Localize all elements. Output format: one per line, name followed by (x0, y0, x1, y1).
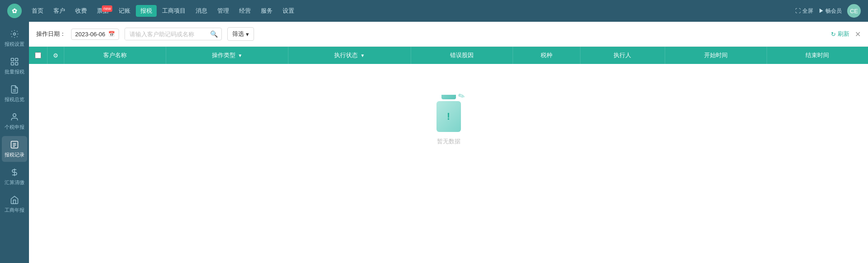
sidebar-item-tax-record[interactable]: 报税记录 (2, 136, 27, 162)
close-button[interactable]: ✕ (855, 30, 861, 39)
sidebar-item-personal-tax[interactable]: 个税申报 (2, 108, 27, 134)
th-checkbox (29, 47, 47, 64)
table-container: ⚙ 客户名称 操作类型 ▼ 执行状态 ▼ 错误股因 税种 执行人 开始时间 结束… (29, 47, 868, 263)
avatar[interactable]: CE (847, 4, 861, 18)
main-layout: 报税设置批量报税报税总览个税申报报税记录汇算清缴工商年报 操作日期： 2023-… (0, 22, 868, 263)
svg-rect-8 (11, 141, 18, 148)
sidebar-item-batch-tax[interactable]: 批量报税 (2, 53, 27, 79)
nav-item-客户[interactable]: 客户 (49, 5, 70, 17)
sidebar-item-annual-report[interactable]: 工商年报 (2, 191, 27, 217)
nav-item-工商项目[interactable]: 工商项目 (158, 5, 190, 17)
th-exec-status: 执行状态 ▼ (288, 47, 411, 64)
nav-items: 首页客户收费票据new记账报税工商项目消息管理经营服务设置 (27, 5, 299, 17)
toolbar: 操作日期： 2023-06-06 📅 🔍 筛选 ▾ ↻ 刷新 ✕ (29, 22, 868, 47)
personal-tax-icon (10, 112, 19, 122)
fullscreen-btn[interactable]: ⛶ 全屏 (795, 7, 813, 15)
sidebar-item-tax-settings[interactable]: 报税设置 (2, 25, 27, 51)
sidebar-label-settlement: 汇算清缴 (5, 179, 24, 186)
search-button[interactable]: 🔍 (206, 28, 221, 40)
nav-item-票据[interactable]: 票据new (92, 5, 113, 17)
sidebar-label-tax-settings: 报税设置 (5, 41, 24, 48)
nav-item-消息[interactable]: 消息 (191, 5, 212, 17)
sidebar-label-annual-report: 工商年报 (5, 207, 24, 214)
date-picker[interactable]: 2023-06-06 📅 (71, 29, 119, 40)
logo-icon: ✿ (12, 7, 17, 15)
search-box: 🔍 (125, 28, 222, 40)
toolbar-right: ↻ 刷新 ✕ (831, 30, 861, 39)
top-nav-right: ⛶ 全屏 ▶ 畅会员 CE (795, 4, 861, 18)
table-header-row: ⚙ 客户名称 操作类型 ▼ 执行状态 ▼ 错误股因 税种 执行人 开始时间 结束… (29, 47, 868, 64)
nav-item-服务[interactable]: 服务 (256, 5, 277, 17)
nav-item-设置[interactable]: 设置 (278, 5, 299, 17)
nav-item-首页[interactable]: 首页 (27, 5, 48, 17)
th-executor: 执行人 (580, 47, 665, 64)
empty-text: 暂无数据 (437, 137, 460, 146)
member-btn[interactable]: ▶ 畅会员 (819, 7, 842, 15)
th-client-name: 客户名称 (64, 47, 166, 64)
sort-icon-exec-status[interactable]: ▼ (360, 53, 365, 58)
tax-settings-icon (10, 29, 19, 39)
annual-report-icon (10, 195, 19, 205)
nav-item-记账[interactable]: 记账 (114, 5, 135, 17)
search-input[interactable] (125, 29, 206, 40)
svg-rect-1 (11, 58, 14, 61)
th-end-time: 结束时间 (767, 47, 868, 64)
sidebar-label-personal-tax: 个税申报 (5, 124, 24, 131)
content-area: 操作日期： 2023-06-06 📅 🔍 筛选 ▾ ↻ 刷新 ✕ (29, 22, 868, 263)
nav-item-收费[interactable]: 收费 (71, 5, 91, 17)
th-tax-type: 税种 (513, 47, 580, 64)
svg-rect-3 (11, 63, 14, 65)
top-navigation: ✿ 首页客户收费票据new记账报税工商项目消息管理经营服务设置 ⛶ 全屏 ▶ 畅… (0, 0, 868, 22)
filter-label: 筛选 (232, 30, 244, 38)
nav-badge-票据: new (102, 5, 112, 12)
refresh-button[interactable]: ↻ 刷新 (831, 30, 849, 38)
sidebar-item-settlement[interactable]: 汇算清缴 (2, 164, 27, 190)
nav-item-经营[interactable]: 经营 (235, 5, 255, 17)
exclamation-icon: ! (447, 111, 450, 122)
sidebar-item-tax-overview[interactable]: 报税总览 (2, 81, 27, 107)
batch-tax-icon (10, 57, 19, 67)
th-start-time: 开始时间 (665, 47, 767, 64)
th-settings: ⚙ (47, 47, 64, 64)
tax-overview-icon (10, 84, 19, 94)
tax-record-icon (10, 140, 19, 150)
settings-icon[interactable]: ⚙ (53, 52, 58, 59)
empty-state: ✏ ! 暂无数据 (29, 64, 868, 173)
records-table: ⚙ 客户名称 操作类型 ▼ 执行状态 ▼ 错误股因 税种 执行人 开始时间 结束… (29, 47, 868, 173)
date-value: 2023-06-06 (75, 31, 106, 38)
nav-item-报税[interactable]: 报税 (136, 5, 157, 17)
svg-rect-2 (15, 58, 18, 61)
svg-point-7 (13, 114, 16, 117)
date-label: 操作日期： (36, 30, 66, 38)
filter-button[interactable]: 筛选 ▾ (227, 27, 254, 41)
sidebar-label-batch-tax: 批量报税 (5, 68, 24, 75)
app-logo[interactable]: ✿ (7, 4, 22, 18)
sort-icon-op-type[interactable]: ▼ (238, 53, 242, 58)
fullscreen-icon: ⛶ (795, 8, 801, 14)
pencil-icon: ✏ (456, 90, 466, 102)
th-op-type: 操作类型 ▼ (166, 47, 288, 64)
empty-icon: ✏ ! (431, 91, 467, 132)
refresh-icon: ↻ (831, 31, 836, 38)
clipboard-top (441, 95, 456, 99)
th-error-reason: 错误股因 (411, 47, 513, 64)
sidebar-label-tax-record: 报税记录 (5, 151, 24, 158)
svg-point-0 (14, 33, 16, 35)
sidebar: 报税设置批量报税报税总览个税申报报税记录汇算清缴工商年报 (0, 22, 29, 263)
nav-item-管理[interactable]: 管理 (213, 5, 234, 17)
sidebar-label-tax-overview: 报税总览 (5, 96, 24, 103)
chevron-down-icon: ▾ (246, 31, 249, 38)
select-all-checkbox[interactable] (35, 52, 41, 58)
clipboard-icon: ! (436, 101, 461, 132)
svg-rect-4 (15, 63, 18, 65)
calendar-icon: 📅 (108, 31, 115, 37)
settlement-icon (10, 167, 19, 177)
play-icon: ▶ (819, 8, 824, 14)
